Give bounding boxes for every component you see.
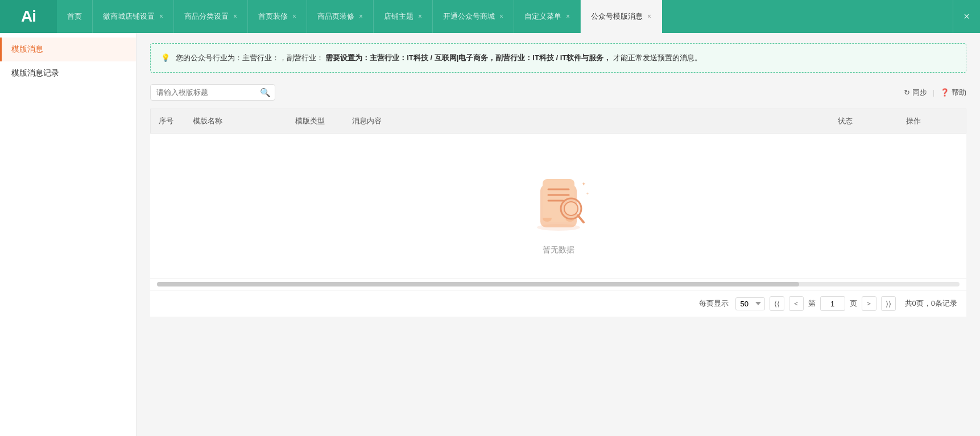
search-input[interactable]: [150, 84, 275, 101]
tab-close-custom-menu[interactable]: ×: [566, 13, 570, 20]
nav-tab-open-mall[interactable]: 开通公众号商城×: [433, 0, 514, 33]
scroll-bar-track[interactable]: [157, 282, 960, 286]
col-header-status: 状态: [830, 109, 898, 134]
per-page-label: 每页显示: [699, 298, 729, 309]
sync-button[interactable]: ↻ 同步: [904, 88, 927, 98]
data-table: 序号模版名称模版类型消息内容状态操作: [150, 109, 966, 134]
empty-icon: ✦ ✦: [524, 168, 593, 236]
sidebar-item-template-log[interactable]: 模版消息记录: [0, 61, 136, 85]
sidebar: 模版消息模版消息记录: [0, 33, 137, 436]
per-page-select[interactable]: 102050100: [735, 297, 765, 310]
scroll-bar-thumb: [157, 282, 799, 286]
sync-label: 同步: [912, 88, 927, 98]
col-header-name: 模版名称: [185, 109, 287, 134]
nav-tab-weshop[interactable]: 微商城店铺设置×: [93, 0, 174, 33]
tab-close-category[interactable]: ×: [233, 13, 237, 20]
content-area: 💡 您的公众号行业为：主营行业：，副营行业： 需要设置为：主营行业：IT科技 /…: [137, 33, 980, 436]
page-unit: 页: [850, 298, 857, 309]
svg-point-7: [564, 202, 578, 215]
col-header-index: 序号: [151, 109, 185, 134]
nav-tab-custom-menu[interactable]: 自定义菜单×: [514, 0, 581, 33]
col-header-action: 操作: [898, 109, 966, 134]
logo: Ai: [0, 0, 57, 33]
nav-tab-template-msg[interactable]: 公众号模版消息×: [581, 0, 662, 33]
tab-close-product-decor[interactable]: ×: [359, 13, 363, 20]
empty-state: ✦ ✦ 暂无数据: [150, 134, 966, 278]
page-total: 共0页，0条记录: [905, 298, 957, 309]
nav-tab-category[interactable]: 商品分类设置×: [174, 0, 248, 33]
tab-close-weshop[interactable]: ×: [159, 13, 163, 20]
notice-box: 💡 您的公众号行业为：主营行业：，副营行业： 需要设置为：主营行业：IT科技 /…: [150, 43, 966, 73]
nav-tab-home[interactable]: 首页: [57, 0, 93, 33]
next-page-button[interactable]: ＞: [862, 296, 876, 311]
search-button[interactable]: 🔍: [260, 88, 271, 98]
prev-page-button[interactable]: ＜: [789, 296, 804, 311]
nav-tab-product-decor[interactable]: 商品页装修×: [307, 0, 374, 33]
help-icon: ❓: [940, 88, 949, 97]
close-all-button[interactable]: ×: [953, 0, 980, 33]
tab-close-open-mall[interactable]: ×: [499, 13, 503, 20]
empty-text: 暂无数据: [543, 245, 574, 255]
nav-tab-home-decor[interactable]: 首页装修×: [248, 0, 307, 33]
last-page-button[interactable]: ⟩⟩: [881, 296, 896, 311]
search-bar: 🔍 ↻ 同步 | ❓ 帮助: [150, 84, 966, 101]
top-nav: Ai 首页微商城店铺设置×商品分类设置×首页装修×商品页装修×店铺主题×开通公众…: [0, 0, 980, 33]
notice-icon: 💡: [161, 53, 170, 62]
help-label: 帮助: [952, 88, 966, 98]
first-page-button[interactable]: ⟨⟨: [770, 296, 784, 311]
table-header: 序号模版名称模版类型消息内容状态操作: [151, 109, 966, 134]
notice-highlight: 需要设置为：主营行业：IT科技 / 互联网|电子商务，副营行业：IT科技 / I…: [325, 53, 611, 62]
search-input-wrap: 🔍: [150, 84, 275, 101]
svg-line-8: [578, 215, 584, 222]
sidebar-item-template-msg[interactable]: 模版消息: [0, 38, 136, 61]
notice-suffix: 才能正常发送预置的消息。: [613, 53, 702, 62]
nav-tab-theme[interactable]: 店铺主题×: [374, 0, 433, 33]
col-header-type: 模版类型: [287, 109, 344, 134]
sync-icon: ↻: [904, 88, 910, 97]
col-header-content: 消息内容: [344, 109, 830, 134]
toolbar-right: ↻ 同步 | ❓ 帮助: [904, 88, 966, 98]
tabs-area: 首页微商城店铺设置×商品分类设置×首页装修×商品页装修×店铺主题×开通公众号商城…: [57, 0, 953, 33]
help-button[interactable]: ❓ 帮助: [940, 88, 966, 98]
page-input[interactable]: [820, 296, 845, 311]
tab-close-home-decor[interactable]: ×: [292, 13, 296, 20]
svg-text:✦: ✦: [581, 181, 586, 187]
tab-close-template-msg[interactable]: ×: [647, 13, 651, 20]
tab-close-theme[interactable]: ×: [418, 13, 422, 20]
page-label: 第: [808, 298, 816, 309]
toolbar-divider: |: [933, 88, 934, 97]
notice-prefix: 您的公众号行业为：主营行业：，副营行业：: [176, 53, 324, 62]
scroll-bar-row: [150, 278, 966, 290]
svg-text:✦: ✦: [586, 192, 589, 196]
pagination-bar: 每页显示 102050100 ⟨⟨ ＜ 第 页 ＞ ⟩⟩ 共0页，0条记录: [150, 290, 966, 317]
main-layout: 模版消息模版消息记录 💡 您的公众号行业为：主营行业：，副营行业： 需要设置为：…: [0, 33, 980, 436]
